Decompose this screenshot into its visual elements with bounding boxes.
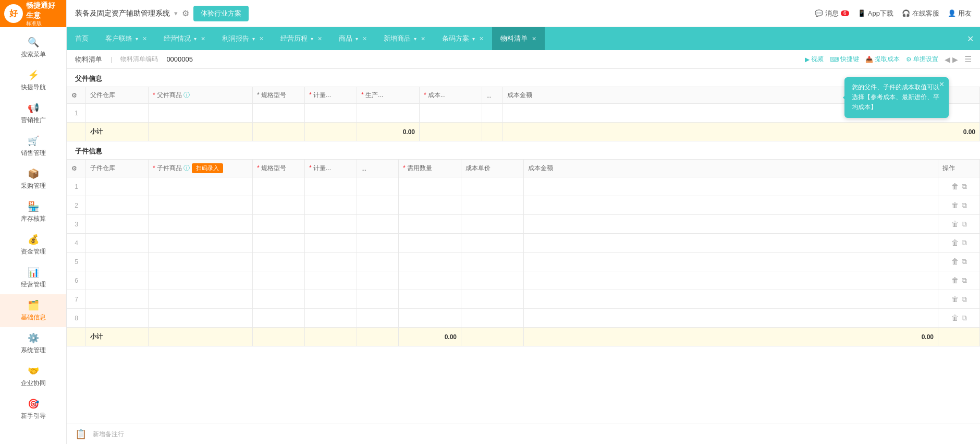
child-product-7[interactable]	[149, 290, 253, 309]
trial-button[interactable]: 体验行业方案	[193, 6, 249, 21]
child-amount-1[interactable]	[524, 177, 938, 196]
child-unit-8[interactable]	[305, 309, 357, 328]
nav-tab-bom[interactable]: 物料清单✕	[492, 27, 545, 50]
child-delete-8-icon[interactable]: 🗑	[951, 314, 959, 322]
child-product-6[interactable]	[149, 271, 253, 290]
child-delete-7-icon[interactable]: 🗑	[951, 295, 959, 304]
parent-unit-1[interactable]	[305, 104, 357, 123]
parent-settings-icon[interactable]: ⚙	[71, 92, 77, 99]
child-more-5[interactable]	[357, 253, 399, 271]
nav-tab-new-goods[interactable]: 新增商品▾✕	[375, 27, 434, 50]
nav-tab-history[interactable]: 经营历程▾✕	[272, 27, 330, 50]
child-qty-3[interactable]	[399, 215, 461, 234]
child-warehouse-4[interactable]	[86, 234, 149, 253]
message-button[interactable]: 💬 消息 6	[815, 9, 849, 18]
child-spec-2[interactable]	[253, 196, 305, 215]
child-unit-5[interactable]	[305, 253, 357, 271]
child-product-1[interactable]	[149, 177, 253, 196]
child-delete-3-icon[interactable]: 🗑	[951, 220, 959, 229]
child-spec-6[interactable]	[253, 271, 305, 290]
child-unit-7[interactable]	[305, 290, 357, 309]
online-service-button[interactable]: 🎧 在线客服	[902, 9, 939, 18]
sidebar-item-marketing[interactable]: 📢营销推广	[0, 97, 66, 130]
child-amount-8[interactable]	[524, 309, 938, 328]
nav-tab-profit[interactable]: 利润报告▾✕	[214, 27, 272, 50]
tooltip-close-icon[interactable]: ✕	[939, 79, 945, 90]
child-warehouse-8[interactable]	[86, 309, 149, 328]
child-amount-5[interactable]	[524, 253, 938, 271]
child-more-6[interactable]	[357, 271, 399, 290]
child-amount-3[interactable]	[524, 215, 938, 234]
nav-tab-barcode[interactable]: 条码方案▾✕	[434, 27, 492, 50]
parent-product-1[interactable]	[149, 104, 253, 123]
child-spec-1[interactable]	[253, 177, 305, 196]
child-amount-2[interactable]	[524, 196, 938, 215]
child-product-4[interactable]	[149, 234, 253, 253]
sidebar-item-basic-info[interactable]: 🗂️基础信息	[0, 294, 66, 327]
nav-tab-bom-close-icon[interactable]: ✕	[532, 35, 536, 42]
child-qty-6[interactable]	[399, 271, 461, 290]
sidebar-item-guide[interactable]: 🎯新手引导	[0, 393, 66, 426]
sidebar-item-sales[interactable]: 🛒销售管理	[0, 130, 66, 163]
app-download-button[interactable]: 📱 App下载	[858, 9, 893, 18]
sidebar-item-quick-nav[interactable]: ⚡快捷导航	[0, 64, 66, 97]
child-unit-cost-2[interactable]	[461, 196, 524, 215]
child-copy-4-icon[interactable]: ⧉	[962, 238, 967, 247]
extract-cost-action[interactable]: 📥 提取成本	[865, 55, 900, 64]
child-qty-4[interactable]	[399, 234, 461, 253]
child-unit-cost-6[interactable]	[461, 271, 524, 290]
child-unit-4[interactable]	[305, 234, 357, 253]
add-note-icon[interactable]: 📋	[75, 428, 87, 440]
parent-spec-1[interactable]	[253, 104, 305, 123]
child-unit-cost-5[interactable]	[461, 253, 524, 271]
child-delete-4-icon[interactable]: 🗑	[951, 238, 959, 247]
child-unit-cost-7[interactable]	[461, 290, 524, 309]
scan-input-button[interactable]: 扫码录入	[192, 163, 223, 173]
child-warehouse-5[interactable]	[86, 253, 149, 271]
child-copy-6-icon[interactable]: ⧉	[962, 276, 967, 285]
nav-tab-operations-close-icon[interactable]: ✕	[201, 35, 205, 42]
nav-tab-history-close-icon[interactable]: ✕	[317, 35, 322, 42]
child-qty-5[interactable]	[399, 253, 461, 271]
child-copy-5-icon[interactable]: ⧉	[962, 257, 967, 266]
child-qty-1[interactable]	[399, 177, 461, 196]
child-warehouse-7[interactable]	[86, 290, 149, 309]
child-more-8[interactable]	[357, 309, 399, 328]
user-menu[interactable]: 👤 用友	[948, 9, 972, 18]
child-more-7[interactable]	[357, 290, 399, 309]
child-unit-cost-4[interactable]	[461, 234, 524, 253]
nav-tab-goods-close-icon[interactable]: ✕	[362, 35, 367, 42]
child-delete-2-icon[interactable]: 🗑	[951, 201, 959, 210]
sidebar-item-search[interactable]: 🔍搜索菜单	[0, 31, 66, 64]
child-more-2[interactable]	[357, 196, 399, 215]
child-unit-cost-3[interactable]	[461, 215, 524, 234]
nav-tab-barcode-close-icon[interactable]: ✕	[479, 35, 484, 42]
parent-more-1[interactable]	[482, 104, 503, 123]
child-product-5[interactable]	[149, 253, 253, 271]
nav-tab-profit-close-icon[interactable]: ✕	[259, 35, 264, 42]
child-spec-3[interactable]	[253, 215, 305, 234]
parent-warehouse-1[interactable]	[86, 104, 149, 123]
child-unit-6[interactable]	[305, 271, 357, 290]
child-qty-2[interactable]	[399, 196, 461, 215]
child-delete-6-icon[interactable]: 🗑	[951, 276, 959, 285]
child-unit-2[interactable]	[305, 196, 357, 215]
child-settings-icon[interactable]: ⚙	[71, 165, 77, 172]
child-copy-1-icon[interactable]: ⧉	[962, 182, 967, 191]
close-all-tabs[interactable]: ✕	[961, 34, 980, 44]
sidebar-item-enterprise[interactable]: 🤝企业协同	[0, 360, 66, 393]
sidebar-item-purchase[interactable]: 📦采购管理	[0, 163, 66, 196]
child-spec-4[interactable]	[253, 234, 305, 253]
nav-tab-goods[interactable]: 商品▾✕	[330, 27, 375, 50]
child-more-1[interactable]	[357, 177, 399, 196]
add-note-label[interactable]: 新增备注行	[93, 430, 124, 439]
child-warehouse-6[interactable]	[86, 271, 149, 290]
child-copy-7-icon[interactable]: ⧉	[962, 295, 967, 304]
child-unit-1[interactable]	[305, 177, 357, 196]
child-more-3[interactable]	[357, 215, 399, 234]
child-product-2[interactable]	[149, 196, 253, 215]
child-unit-cost-1[interactable]	[461, 177, 524, 196]
nav-tab-new-goods-close-icon[interactable]: ✕	[421, 35, 425, 42]
child-warehouse-1[interactable]	[86, 177, 149, 196]
single-settings-action[interactable]: ⚙ 单据设置	[906, 55, 938, 64]
